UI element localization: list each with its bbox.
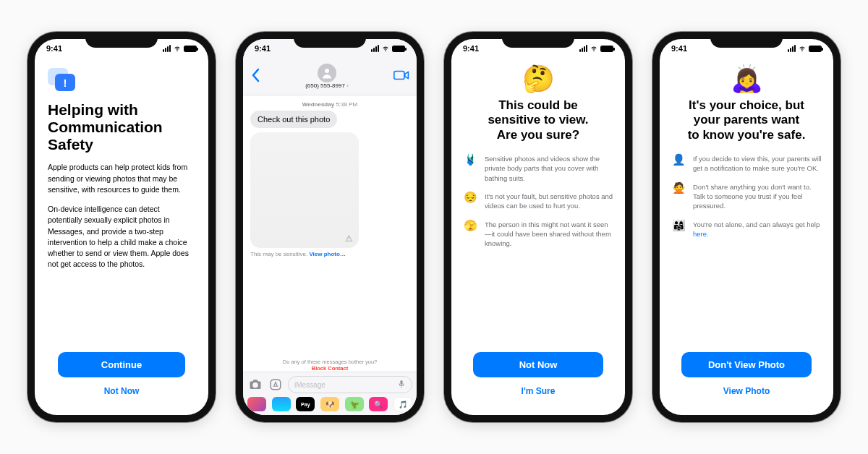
- app-strip: Pay 🐶 🦖 🔍 🎵: [247, 397, 412, 411]
- block-prompt: Do any of these messages bother you? Blo…: [250, 359, 409, 372]
- status-time: 9:41: [46, 44, 62, 53]
- bullet-3: 👨‍👩‍👧You're not alone, and can always ge…: [671, 220, 822, 239]
- intro-title: Helping with Communication Safety: [48, 101, 195, 153]
- view-photo-link[interactable]: View photo…: [309, 251, 346, 257]
- back-button[interactable]: [250, 68, 260, 85]
- mic-icon[interactable]: [397, 380, 406, 390]
- incoming-bubble[interactable]: Check out this photo: [250, 111, 337, 128]
- messages-navbar: (650) 555-8997: [243, 58, 417, 95]
- warn2-body: 🙇‍♀️ It's your choice, but your parents …: [660, 58, 833, 415]
- bullet-3: 🫣The person in this might not want it se…: [463, 220, 613, 249]
- signal-icon: [788, 45, 796, 52]
- svg-rect-1: [394, 71, 404, 79]
- signal-icon: [371, 45, 379, 52]
- contact-header[interactable]: (650) 555-8997: [305, 64, 349, 89]
- signal-icon: [579, 45, 587, 52]
- status-right: [371, 45, 405, 52]
- wifi-icon: [590, 45, 598, 52]
- notch: [710, 32, 783, 48]
- warning-icon: ⚠︎: [345, 234, 353, 244]
- not-now-button[interactable]: Not Now: [473, 352, 603, 377]
- dont-view-button[interactable]: Don't View Photo: [681, 352, 812, 377]
- status-time: 9:41: [671, 44, 687, 53]
- notch: [502, 32, 574, 48]
- status-time: 9:41: [255, 44, 271, 53]
- svg-point-0: [325, 69, 329, 73]
- warn2-title: It's your choice, but your parents want …: [671, 98, 822, 142]
- warn1-title: This could be sensitive to view. Are you…: [463, 98, 613, 142]
- sad-icon: 😔: [463, 192, 477, 202]
- battery-icon: [600, 46, 613, 52]
- help-link[interactable]: here: [693, 230, 707, 238]
- thinking-emoji-icon: 🤔: [463, 64, 613, 94]
- bullet-1: 🩱Sensitive photos and videos show the pr…: [463, 154, 613, 183]
- message-thread[interactable]: Wednesday 5:38 PM Check out this photo ⚠…: [243, 95, 417, 372]
- blurred-image-bubble[interactable]: ⚠︎: [250, 132, 359, 248]
- no-icon: 🙅: [671, 182, 686, 193]
- app-applepay[interactable]: Pay: [296, 397, 315, 411]
- svg-rect-2: [271, 380, 281, 390]
- app-search[interactable]: 🔍: [369, 397, 388, 411]
- bullet-2: 🙅Don't share anything you don't want to.…: [671, 182, 822, 211]
- screen-warn-2: 9:41 🙇‍♀️ It's your choice, but your par…: [660, 39, 833, 415]
- status-time: 9:41: [463, 44, 479, 53]
- bow-emoji-icon: 🙇‍♀️: [671, 64, 822, 94]
- camera-icon[interactable]: [247, 377, 263, 393]
- screen-intro: 9:41 ! Helping with Communication Safety…: [35, 39, 208, 415]
- communication-safety-icon: !: [48, 68, 78, 95]
- intro-paragraph-1: Apple products can help protect kids fro…: [48, 162, 195, 195]
- phone-intro: 9:41 ! Helping with Communication Safety…: [27, 32, 216, 422]
- battery-icon: [392, 46, 405, 52]
- sensitive-caption: This may be sensitive. View photo…: [250, 251, 409, 257]
- notch: [294, 32, 366, 48]
- signal-icon: [163, 45, 171, 52]
- notch: [85, 32, 158, 48]
- peek-icon: 🫣: [463, 220, 477, 231]
- bullet-1: 👤If you decide to view this, your parent…: [671, 154, 822, 174]
- phone-messages: 9:41 (650) 555-8997 Wednesday 5:38 P: [236, 32, 424, 422]
- view-photo-button[interactable]: View Photo: [681, 379, 812, 403]
- continue-button[interactable]: Continue: [58, 352, 185, 377]
- wifi-icon: [798, 45, 807, 52]
- im-sure-button[interactable]: I'm Sure: [473, 379, 603, 403]
- warn1-body: 🤔 This could be sensitive to view. Are y…: [451, 58, 625, 415]
- battery-icon: [809, 46, 822, 52]
- bullet-2: 😔It's not your fault, but sensitive phot…: [463, 192, 613, 211]
- wifi-icon: [381, 45, 390, 52]
- screen-warn-1: 9:41 🤔 This could be sensitive to view. …: [451, 39, 625, 415]
- timestamp: Wednesday 5:38 PM: [250, 101, 409, 108]
- app-memoji-2[interactable]: 🦖: [345, 397, 364, 411]
- compose-bar: iMessage Pay 🐶 🦖 🔍 🎵: [243, 372, 417, 415]
- wifi-icon: [173, 45, 182, 52]
- status-right: [163, 45, 197, 52]
- battery-icon: [184, 46, 197, 52]
- appstore-icon[interactable]: [268, 377, 284, 393]
- facetime-button[interactable]: [393, 69, 409, 84]
- avatar-icon: [318, 64, 336, 82]
- app-appstore[interactable]: [272, 397, 291, 411]
- block-contact-link[interactable]: Block Contact: [250, 365, 409, 372]
- parent-icon: 👤: [671, 154, 686, 165]
- app-music[interactable]: 🎵: [393, 397, 412, 411]
- contact-number: (650) 555-8997: [305, 82, 349, 89]
- screen-messages: 9:41 (650) 555-8997 Wednesday 5:38 P: [243, 39, 417, 415]
- intro-paragraph-2: On-device intelligence can detect potent…: [48, 204, 195, 270]
- not-now-button[interactable]: Not Now: [58, 379, 185, 403]
- family-icon: 👨‍👩‍👧: [671, 220, 686, 231]
- app-memoji-1[interactable]: 🐶: [320, 397, 339, 411]
- intro-body: ! Helping with Communication Safety Appl…: [35, 58, 208, 415]
- app-photos[interactable]: [247, 397, 266, 411]
- message-placeholder: iMessage: [294, 381, 326, 389]
- swimsuit-icon: 🩱: [463, 154, 477, 165]
- message-input[interactable]: iMessage: [288, 376, 412, 393]
- phone-warn-1: 9:41 🤔 This could be sensitive to view. …: [444, 32, 632, 422]
- phone-warn-2: 9:41 🙇‍♀️ It's your choice, but your par…: [652, 32, 841, 422]
